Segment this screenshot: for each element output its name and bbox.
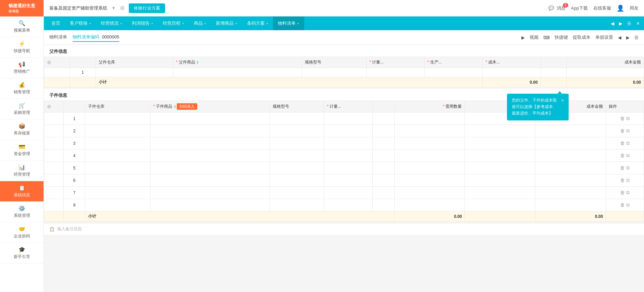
- child-row-goods[interactable]: [150, 174, 270, 187]
- child-row-goods[interactable]: [150, 199, 270, 211]
- breadcrumb-right-arrow[interactable]: ▶: [626, 35, 630, 40]
- child-row-unit-cost[interactable]: [465, 137, 535, 150]
- delete-icon[interactable]: 🗑: [620, 140, 625, 146]
- child-row-unit[interactable]: [324, 174, 372, 187]
- tab-operation-close[interactable]: ×: [120, 21, 122, 25]
- child-row-unit[interactable]: [324, 150, 372, 162]
- tab-customer[interactable]: 客户联络 ×: [65, 16, 96, 30]
- breadcrumb-menu-icon[interactable]: ☰: [634, 35, 639, 40]
- delete-icon[interactable]: 🗑: [620, 128, 625, 134]
- child-row-goods[interactable]: [150, 150, 270, 162]
- parent-row-1-produce[interactable]: [424, 68, 482, 77]
- delete-icon[interactable]: 🗑: [620, 190, 625, 196]
- parent-row-1-spec[interactable]: [302, 68, 367, 77]
- tab-operation[interactable]: 经营情况 ×: [96, 16, 127, 30]
- parent-row-1-goods[interactable]: [173, 68, 302, 77]
- online-service-link[interactable]: 在线客服: [593, 5, 611, 11]
- child-row-warehouse[interactable]: [85, 162, 150, 174]
- single-settings-label[interactable]: 单据设置: [595, 34, 613, 40]
- child-row-unit-cost[interactable]: [465, 150, 535, 162]
- child-row-warehouse[interactable]: [85, 199, 150, 211]
- delete-icon[interactable]: 🗑: [620, 116, 625, 121]
- child-row-goods[interactable]: [150, 137, 270, 150]
- child-row-warehouse[interactable]: [85, 187, 150, 199]
- sidebar-item-purchase[interactable]: 🛒 采购管理: [0, 99, 44, 119]
- tab-history[interactable]: 经营历程 ×: [158, 16, 189, 30]
- shortcut-label[interactable]: 快捷键: [555, 34, 568, 40]
- child-row-goods[interactable]: [150, 162, 270, 174]
- sidebar-item-corp[interactable]: 🤝 企业协同: [0, 222, 44, 243]
- copy-icon[interactable]: ⧉: [626, 202, 630, 208]
- sidebar-item-search[interactable]: 🔍 搜索菜单: [0, 16, 44, 37]
- sidebar-item-system[interactable]: ⚙️ 系统管理: [0, 202, 44, 222]
- child-row-unit[interactable]: [324, 113, 372, 125]
- tab-new-goods[interactable]: 新增商品 ×: [211, 16, 242, 30]
- copy-icon[interactable]: ⧉: [626, 165, 630, 171]
- child-row-spec[interactable]: [270, 199, 324, 211]
- child-row-goods[interactable]: [150, 187, 270, 199]
- view-label[interactable]: 视频: [530, 34, 538, 40]
- child-row-warehouse[interactable]: [85, 174, 150, 187]
- child-row-spec[interactable]: [270, 125, 324, 137]
- breadcrumb-tab-list[interactable]: 物料清单: [49, 33, 67, 42]
- child-row-unit[interactable]: [324, 137, 372, 150]
- child-row-unit[interactable]: [324, 187, 372, 199]
- child-row-qty[interactable]: [394, 174, 465, 187]
- child-row-unit-cost[interactable]: [465, 125, 535, 137]
- child-row-spec[interactable]: [270, 162, 324, 174]
- child-row-unit[interactable]: [324, 125, 372, 137]
- parent-row-1-cost[interactable]: [483, 68, 541, 77]
- tab-menu-icon[interactable]: ☰: [626, 21, 633, 26]
- child-row-unit[interactable]: [324, 162, 372, 174]
- copy-icon[interactable]: ⧉: [626, 128, 630, 134]
- sidebar-item-finance[interactable]: 💳 资金管理: [0, 140, 44, 161]
- sidebar-item-quicknav[interactable]: ⚡ 快捷导航: [0, 37, 44, 58]
- trial-button[interactable]: 体验行业方案: [129, 3, 165, 13]
- child-row-goods[interactable]: [150, 113, 270, 125]
- tab-barcode[interactable]: 条码方案 ×: [242, 16, 273, 30]
- child-row-unit[interactable]: [324, 199, 372, 211]
- tab-profit-close[interactable]: ×: [151, 21, 153, 25]
- parent-row-1-unit[interactable]: [367, 68, 424, 77]
- tab-goods[interactable]: 商品 ×: [189, 16, 211, 30]
- child-col-settings[interactable]: ⚙: [44, 101, 64, 113]
- bottom-hint-text[interactable]: 输入备注信息: [57, 226, 82, 232]
- child-row-qty[interactable]: [394, 113, 465, 125]
- child-row-unit-cost[interactable]: [465, 162, 535, 174]
- delete-icon[interactable]: 🗑: [620, 165, 625, 171]
- breadcrumb-left-arrow[interactable]: ◀: [618, 35, 621, 40]
- sidebar-item-guide[interactable]: 🎓 新手引导: [0, 243, 44, 264]
- child-row-goods[interactable]: [150, 125, 270, 137]
- tab-history-close[interactable]: ×: [182, 21, 184, 25]
- child-row-spec[interactable]: [270, 137, 324, 150]
- tab-goods-close[interactable]: ×: [204, 21, 206, 25]
- dropdown-icon[interactable]: ▼: [111, 5, 116, 11]
- child-row-warehouse[interactable]: [85, 150, 150, 162]
- tab-barcode-close[interactable]: ×: [266, 21, 268, 25]
- app-download-link[interactable]: App下载: [571, 5, 588, 11]
- tab-left-arrow[interactable]: ◀: [609, 21, 616, 26]
- parent-row-1-warehouse[interactable]: [96, 68, 173, 77]
- child-row-qty[interactable]: [394, 125, 465, 137]
- child-row-warehouse[interactable]: [85, 125, 150, 137]
- child-row-qty[interactable]: [394, 137, 465, 150]
- child-row-unit-cost[interactable]: [465, 174, 535, 187]
- child-row-qty[interactable]: [394, 199, 465, 211]
- copy-icon[interactable]: ⧉: [626, 116, 630, 121]
- delete-icon[interactable]: 🗑: [620, 202, 625, 208]
- child-row-unit-cost[interactable]: [465, 187, 535, 199]
- copy-icon[interactable]: ⧉: [626, 190, 630, 196]
- delete-icon[interactable]: 🗑: [620, 177, 625, 183]
- tab-bom-close[interactable]: ×: [297, 21, 299, 25]
- child-row-spec[interactable]: [270, 113, 324, 125]
- tab-home[interactable]: 首页: [47, 16, 65, 30]
- tab-profit[interactable]: 利润报告 ×: [127, 16, 158, 30]
- scan-input-button[interactable]: 扫码录入: [177, 103, 197, 110]
- breadcrumb-tab-detail[interactable]: 物料清单编码 0000005: [73, 33, 119, 42]
- message-wrapper[interactable]: 💬 6 消息: [548, 5, 566, 11]
- child-row-spec[interactable]: [270, 187, 324, 199]
- child-row-qty[interactable]: [394, 162, 465, 174]
- child-row-spec[interactable]: [270, 150, 324, 162]
- extract-cost-label[interactable]: 提取成本: [573, 34, 591, 40]
- sidebar-item-inventory[interactable]: 📦 库存核算: [0, 119, 44, 140]
